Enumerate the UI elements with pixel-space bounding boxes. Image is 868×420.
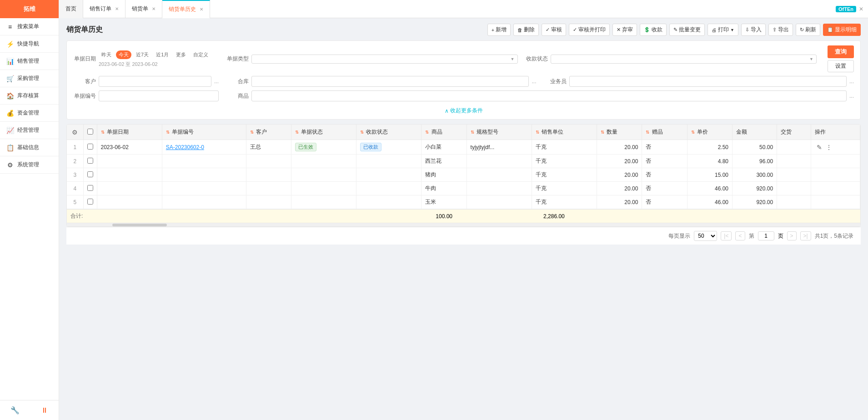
tab-close-sales-goods[interactable]: ✕ xyxy=(152,6,156,11)
sidebar-pause-btn[interactable]: ⏸ xyxy=(39,404,50,416)
row-qty-2: 20.00 xyxy=(597,168,642,182)
refresh-button[interactable]: ↻ 刷新 xyxy=(796,24,820,36)
col-collect-status[interactable]: ⇅ 收款状态 xyxy=(356,125,421,140)
shortcut-more[interactable]: 更多 xyxy=(173,50,189,59)
col-doc-status[interactable]: ⇅ 单据状态 xyxy=(291,125,356,140)
print-button[interactable]: 🖨 打印 ▼ xyxy=(707,24,738,36)
shortcut-7days[interactable]: 近7天 xyxy=(133,50,151,59)
row-checkbox-1[interactable] xyxy=(83,155,97,168)
row-gift-2: 否 xyxy=(642,168,687,182)
table-gear-icon[interactable]: ⚙ xyxy=(72,129,78,136)
sort-goods-icon: ⇅ xyxy=(425,130,429,135)
topbar-close-icon[interactable]: ✕ xyxy=(859,6,863,12)
shortcut-1month[interactable]: 近1月 xyxy=(153,50,171,59)
sidebar-item-sys-mgmt[interactable]: ⚙ 系统管理 xyxy=(0,156,59,174)
tab-close-sales-history[interactable]: ✕ xyxy=(200,7,203,12)
col-amount[interactable]: 金额 xyxy=(732,125,777,140)
tab-sales-order-label: 销售订单 xyxy=(90,5,111,13)
sidebar-item-sales-mgmt[interactable]: 📊 销售管理 xyxy=(0,53,59,70)
edit-action-btn[interactable]: ✎ xyxy=(815,143,824,152)
row-checkbox-0[interactable] xyxy=(83,140,97,155)
page-next-btn[interactable]: > xyxy=(787,231,797,240)
row-docnum-3 xyxy=(162,182,246,195)
query-button[interactable]: 查询 xyxy=(828,45,854,58)
shortcut-today[interactable]: 今天 xyxy=(116,50,131,59)
sidebar-item-ops[interactable]: 📈 经营管理 xyxy=(0,122,59,139)
delete-button[interactable]: 🗑 删除 xyxy=(513,24,539,36)
shortcut-custom[interactable]: 自定义 xyxy=(191,50,211,59)
customer-input[interactable] xyxy=(99,76,211,87)
row-docnum-0[interactable]: SA-20230602-0 xyxy=(162,140,246,155)
export-button[interactable]: ⇪ 导出 xyxy=(768,24,793,36)
sort-unitprice-icon: ⇅ xyxy=(691,130,695,135)
scrollbar-thumb[interactable] xyxy=(112,224,167,226)
import-button[interactable]: ⇩ 导入 xyxy=(741,24,766,36)
set-button[interactable]: 设置 xyxy=(828,60,854,72)
col-date[interactable]: ⇅ 单据日期 xyxy=(97,125,162,140)
warehouse-dots[interactable]: ... xyxy=(532,78,536,85)
doc-type-select[interactable]: ▼ xyxy=(251,55,518,64)
audit-print-button[interactable]: ✓ 审核并打印 xyxy=(569,24,610,36)
col-goods[interactable]: ⇅ 商品 xyxy=(421,125,467,140)
col-gear[interactable]: ⚙ xyxy=(67,125,83,140)
row-num-4: 5 xyxy=(67,195,83,209)
col-unit[interactable]: ⇅ 销售单位 xyxy=(532,125,597,140)
tab-close-sales-order[interactable]: ✕ xyxy=(115,6,119,11)
row-checkbox-4[interactable] xyxy=(83,195,97,209)
customer-dots[interactable]: ... xyxy=(214,78,219,85)
collapse-btn[interactable]: ∧ 收起更多条件 xyxy=(445,107,483,115)
goods-dots[interactable]: ... xyxy=(849,93,854,99)
goods-input[interactable] xyxy=(251,90,847,101)
show-detail-icon: 📋 xyxy=(827,27,833,33)
staff-dots[interactable]: ... xyxy=(849,78,854,85)
collect-status-dropdown-icon: ▼ xyxy=(809,57,813,61)
col-trade[interactable]: 交货 xyxy=(777,125,811,140)
sidebar-settings-btn[interactable]: 🔧 xyxy=(9,404,21,416)
abandon-button[interactable]: ✕ 弃审 xyxy=(612,24,637,36)
sidebar-item-purchase-mgmt[interactable]: 🛒 采购管理 xyxy=(0,70,59,87)
tab-sales-history[interactable]: 销货单历史 ✕ xyxy=(162,0,210,18)
content-area: 销货单历史 + 新增 🗑 删除 ✓ 审核 ✓ 审核并打印 xyxy=(59,18,868,420)
collect-button[interactable]: 💲 收款 xyxy=(640,24,667,36)
col-quantity[interactable]: ⇅ 数量 xyxy=(597,125,642,140)
sidebar-item-basic-info[interactable]: 📋 基础信息 xyxy=(0,139,59,156)
page-last-btn[interactable]: >| xyxy=(800,231,811,240)
col-gift[interactable]: ⇅ 赠品 xyxy=(642,125,687,140)
col-customer[interactable]: ⇅ 客户 xyxy=(246,125,291,140)
row-checkbox-2[interactable] xyxy=(83,168,97,182)
page-prev-btn[interactable]: < xyxy=(735,231,745,240)
row-checkbox-3[interactable] xyxy=(83,182,97,195)
tab-sales-order[interactable]: 销售订单 ✕ xyxy=(83,0,125,18)
staff-input[interactable] xyxy=(569,76,847,87)
warehouse-input[interactable] xyxy=(251,76,529,87)
batch-change-button[interactable]: ✎ 批量变更 xyxy=(669,24,705,36)
tab-sales-goods[interactable]: 销货单 ✕ xyxy=(125,0,162,18)
audit-button[interactable]: ✓ 审核 xyxy=(542,24,566,36)
tab-home[interactable]: 首页 xyxy=(59,0,83,18)
row-amount-0: 50.00 xyxy=(732,140,777,155)
table-header-row: ⚙ ⇅ 单据日期 ⇅ 单据编号 xyxy=(67,125,860,140)
sidebar-item-finance[interactable]: 💰 资金管理 xyxy=(0,105,59,122)
col-action: 操作 xyxy=(811,125,860,140)
collect-status-select[interactable]: ▼ xyxy=(551,55,817,64)
more-action-btn[interactable]: ⋮ xyxy=(824,143,834,152)
row-unitprice-0: 2.50 xyxy=(687,140,732,155)
shortcut-yesterday[interactable]: 昨天 xyxy=(99,50,114,59)
page-input[interactable] xyxy=(758,231,774,240)
col-unitprice[interactable]: ⇅ 单价 xyxy=(687,125,732,140)
col-docnum[interactable]: ⇅ 单据编号 xyxy=(162,125,246,140)
col-checkbox[interactable] xyxy=(83,125,97,140)
col-spec[interactable]: ⇅ 规格型号 xyxy=(467,125,532,140)
sidebar-item-search-menu[interactable]: ≡ 搜索菜单 xyxy=(0,18,59,35)
select-all-checkbox[interactable] xyxy=(87,129,93,135)
sidebar-item-inventory[interactable]: 🏠 库存核算 xyxy=(0,87,59,105)
horizontal-scrollbar[interactable] xyxy=(67,223,860,226)
sidebar-item-quick-nav[interactable]: ⚡ 快捷导航 xyxy=(0,35,59,53)
row-docstatus-2 xyxy=(291,168,356,182)
page-first-btn[interactable]: |< xyxy=(721,231,732,240)
docnum-input[interactable] xyxy=(99,90,219,101)
show-detail-button[interactable]: 📋 显示明细 xyxy=(823,24,861,36)
page-size-select[interactable]: 50 100 200 xyxy=(694,231,717,241)
new-button[interactable]: + 新增 xyxy=(487,24,511,36)
doc-num-link[interactable]: SA-20230602-0 xyxy=(166,144,204,150)
